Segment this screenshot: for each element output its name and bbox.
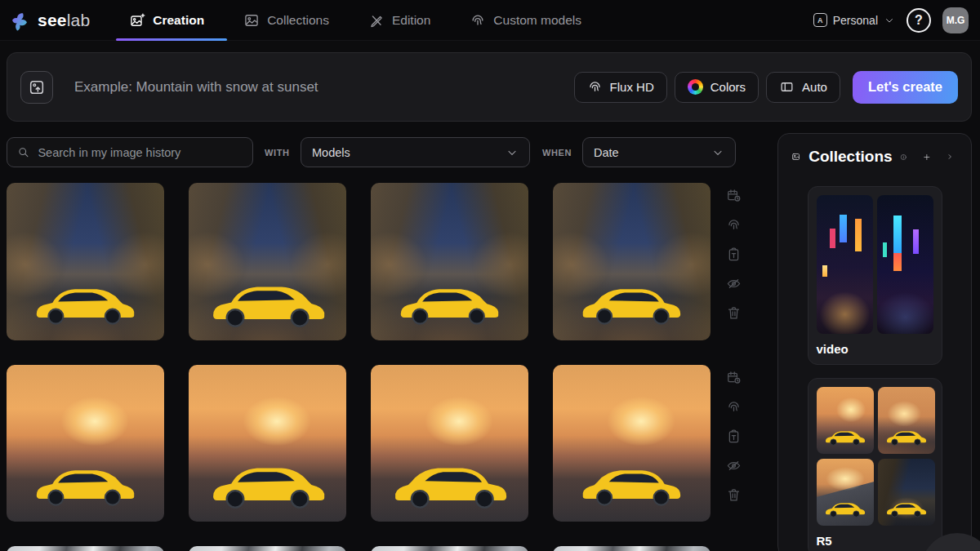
image-icon: [791, 148, 800, 166]
colors-button[interactable]: Colors: [675, 72, 759, 103]
collection-name: R5: [817, 534, 933, 548]
model-select-button[interactable]: Flux HD: [574, 72, 667, 103]
collapse-panel-icon[interactable]: [947, 150, 953, 163]
model-fingerprint-icon[interactable]: [726, 217, 742, 233]
fingerprint-icon: [587, 79, 603, 95]
image-plus-icon: [129, 12, 145, 29]
prompt-input[interactable]: Example: Mountain with snow at sunset: [74, 79, 574, 96]
car-illustration: [204, 454, 333, 511]
history-image[interactable]: [371, 365, 528, 522]
edit-tools-icon: [368, 12, 385, 29]
history-image[interactable]: [7, 365, 164, 522]
collection-card-video[interactable]: video: [808, 186, 942, 365]
collection-thumbnail: [878, 459, 935, 526]
nav-label: Creation: [153, 13, 204, 28]
image-history-grid: [7, 183, 710, 551]
collection-thumbnails: [817, 195, 933, 334]
image-upload-icon: [28, 78, 46, 96]
history-image[interactable]: [189, 183, 346, 340]
date-filter-value: Date: [594, 146, 619, 159]
notebook-a-icon: A: [813, 13, 827, 27]
prompt-actions: Flux HD Colors Auto Let's create: [574, 71, 958, 104]
chevron-down-icon: [506, 146, 519, 159]
when-label: WHEN: [542, 137, 572, 167]
copy-prompt-icon[interactable]: [726, 429, 742, 444]
nav-item-custom-models[interactable]: Custom models: [460, 0, 591, 41]
search-icon: [17, 145, 29, 159]
collection-thumbnail: [817, 459, 874, 526]
history-image[interactable]: [189, 365, 346, 522]
brand-logo[interactable]: seelab: [11, 10, 90, 31]
hide-image-icon[interactable]: [726, 458, 742, 473]
nav-label: Edition: [392, 13, 430, 28]
history-search[interactable]: [7, 137, 253, 167]
help-button[interactable]: ?: [906, 8, 931, 33]
models-filter-value: Models: [312, 146, 350, 159]
calendar-clock-icon[interactable]: [726, 370, 742, 385]
model-fingerprint-icon[interactable]: [726, 399, 742, 415]
nav-label: Collections: [267, 13, 329, 28]
collection-thumbnails: [817, 387, 933, 526]
upload-image-button[interactable]: [20, 71, 53, 104]
car-illustration: [386, 454, 515, 511]
colors-label: Colors: [710, 80, 746, 94]
color-wheel-icon: [688, 79, 703, 95]
collections-title: Collections: [808, 148, 892, 166]
prompt-panel: Example: Mountain with snow at sunset Fl…: [7, 52, 972, 122]
info-icon[interactable]: [900, 150, 907, 164]
history-image[interactable]: [189, 546, 346, 551]
collections-header: Collections: [778, 134, 971, 176]
brand-name: seelab: [38, 11, 90, 30]
date-filter-dropdown[interactable]: Date: [582, 137, 736, 167]
nav-item-edition[interactable]: Edition: [359, 0, 440, 41]
top-bar: seelab Creation Collections Edition Cust…: [0, 0, 980, 41]
nav-item-collections[interactable]: Collections: [234, 0, 339, 41]
account-area: A Personal ? M.G: [813, 7, 969, 33]
seelab-logo-icon: [11, 10, 33, 31]
format-label: Auto: [802, 80, 827, 94]
collection-thumbnail: [877, 195, 933, 334]
nav-item-creation[interactable]: Creation: [119, 0, 214, 41]
avatar-initials: M.G: [947, 15, 965, 26]
calendar-clock-icon[interactable]: [726, 188, 742, 203]
car-illustration: [393, 277, 506, 327]
history-image[interactable]: [553, 365, 710, 522]
chevron-down-icon: [711, 146, 724, 159]
history-image[interactable]: [7, 183, 164, 340]
workspace-name: Personal: [833, 14, 878, 27]
history-image[interactable]: [7, 546, 164, 551]
model-select-label: Flux HD: [610, 80, 654, 94]
collection-thumbnail: [817, 387, 874, 454]
fingerprint-icon: [470, 12, 486, 29]
collection-card-r5[interactable]: R5: [808, 378, 942, 551]
collection-name: video: [817, 342, 933, 356]
history-image[interactable]: [553, 546, 710, 551]
car-illustration: [884, 426, 929, 447]
collection-thumbnail: [878, 387, 935, 454]
car-illustration: [29, 458, 142, 508]
format-auto-button[interactable]: Auto: [766, 72, 840, 103]
collection-thumbnail: [817, 195, 873, 334]
car-illustration: [204, 273, 333, 330]
workspace-selector[interactable]: A Personal: [813, 13, 895, 27]
models-filter-dropdown[interactable]: Models: [301, 137, 530, 167]
search-input[interactable]: [38, 146, 243, 159]
delete-icon[interactable]: [726, 487, 742, 503]
car-illustration: [822, 498, 868, 518]
car-illustration: [575, 458, 688, 508]
lets-create-button[interactable]: Let's create: [853, 71, 958, 104]
car-illustration: [575, 277, 688, 327]
main-nav: Creation Collections Edition Custom mode…: [119, 0, 611, 41]
chevron-down-icon: [884, 15, 895, 26]
question-mark: ?: [915, 13, 923, 28]
delete-icon[interactable]: [726, 305, 742, 321]
history-image[interactable]: [553, 183, 710, 340]
add-collection-icon[interactable]: [923, 149, 931, 165]
car-illustration: [29, 277, 142, 327]
history-image[interactable]: [371, 183, 528, 340]
history-image[interactable]: [371, 546, 528, 551]
user-avatar[interactable]: M.G: [942, 7, 969, 33]
car-illustration: [822, 426, 868, 447]
hide-image-icon[interactable]: [726, 276, 742, 291]
copy-prompt-icon[interactable]: [726, 247, 742, 262]
